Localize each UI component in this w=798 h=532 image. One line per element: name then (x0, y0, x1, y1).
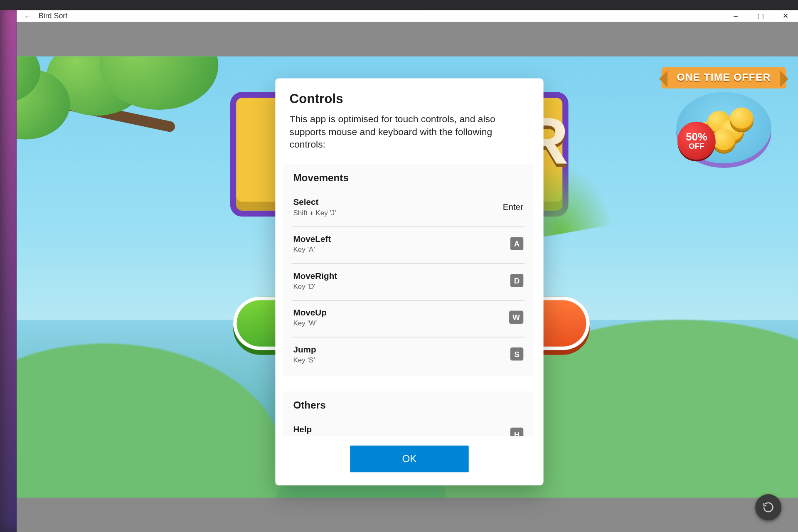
keycap: A (510, 237, 523, 250)
control-subtitle: Key 'A' (293, 246, 331, 254)
controls-group: OthersHelpKey 'H'H (282, 392, 534, 436)
keycap: D (510, 274, 523, 287)
desktop-topbar (0, 0, 798, 10)
control-name: MoveUp (293, 308, 327, 318)
dialog-lead: This app is optimised for touch controls… (290, 113, 530, 151)
one-time-offer-card[interactable]: ONE TIME OFFER 50% OFF (662, 67, 786, 163)
control-row: JumpKey 'S'S (292, 337, 525, 374)
keycap: W (509, 311, 523, 324)
control-subtitle: Key 'W' (293, 319, 327, 328)
ok-button-label: OK (402, 453, 416, 465)
control-name: MoveRight (293, 271, 337, 281)
keycap: S (510, 348, 523, 361)
window-title: Bird Sort (35, 12, 67, 20)
controls-group: MovementsSelectShift + Key 'J'EnterMoveL… (282, 164, 534, 376)
reload-fab[interactable] (755, 494, 781, 520)
scenery-tree (17, 57, 230, 187)
ok-button[interactable]: OK (350, 446, 469, 472)
control-row: HelpKey 'H'H (292, 418, 525, 436)
close-button[interactable]: ✕ (773, 10, 798, 22)
control-name: MoveLeft (293, 234, 331, 244)
discount-badge: 50% OFF (677, 122, 715, 160)
dialog-title: Controls (290, 91, 530, 107)
control-name: Jump (293, 345, 316, 354)
control-row: MoveUpKey 'W'W (292, 300, 525, 337)
maximize-button[interactable]: ▢ (748, 10, 773, 22)
keycap: H (510, 428, 523, 436)
letterbox-top (17, 22, 798, 57)
back-button[interactable]: ← (20, 12, 35, 20)
discount-percent: 50% (686, 131, 707, 142)
app-window: ← Bird Sort – ▢ ✕ T R (17, 10, 798, 532)
key-text: Enter (503, 202, 523, 212)
controls-dialog: Controls This app is optimised for touch… (275, 78, 543, 485)
reload-icon (762, 501, 774, 513)
titlebar: ← Bird Sort – ▢ ✕ (17, 10, 798, 22)
letterbox-bottom (17, 498, 798, 532)
discount-off: OFF (689, 142, 704, 150)
control-subtitle: Key 'S' (293, 356, 316, 364)
group-title: Others (292, 400, 525, 412)
offer-art: 50% OFF (676, 92, 771, 163)
control-subtitle: Key 'D' (293, 282, 337, 291)
control-row: SelectShift + Key 'J'Enter (292, 190, 525, 227)
controls-scroll[interactable]: MovementsSelectShift + Key 'J'EnterMoveL… (280, 164, 539, 436)
group-title: Movements (292, 172, 525, 185)
control-row: MoveRightKey 'D'D (292, 264, 525, 301)
control-name: Help (293, 425, 315, 434)
control-name: Select (293, 197, 336, 207)
offer-ribbon: ONE TIME OFFER (662, 67, 786, 88)
minimize-button[interactable]: – (723, 10, 748, 22)
control-row: MoveLeftKey 'A'A (292, 227, 525, 264)
control-subtitle: Shift + Key 'J' (293, 209, 336, 217)
